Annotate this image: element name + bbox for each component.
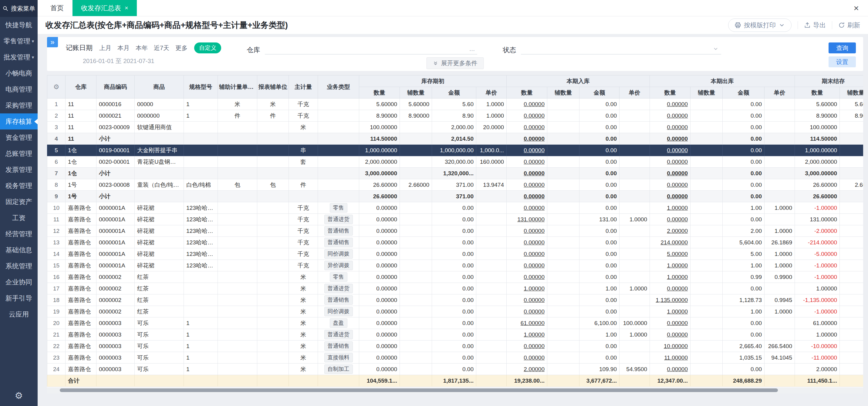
drill-down-link[interactable]: 1,135.00000	[650, 295, 690, 306]
table-row[interactable]: 23嘉善路仓0000003可乐1米直接领料0.000000.000.000000…	[47, 352, 863, 364]
table-row[interactable]: 20嘉善路仓0000003可乐1米盘盈0.000000.0061.000006,…	[47, 317, 863, 329]
drill-down-link[interactable]: 0.00000	[507, 295, 547, 306]
sidebar-search[interactable]: 搜索菜单	[0, 0, 38, 17]
date-quick-option[interactable]: 更多	[175, 44, 187, 52]
sidebar-item-2[interactable]: 零售管理▾	[0, 33, 38, 49]
sidebar-item-16[interactable]: 系统管理	[0, 258, 38, 274]
warehouse-input[interactable]: ...	[265, 44, 477, 55]
date-quick-option[interactable]: 上月	[99, 44, 111, 52]
refresh-button[interactable]: 刷新	[838, 21, 860, 29]
drill-down-link[interactable]: 0.00000	[650, 329, 690, 340]
drill-down-link[interactable]: 0.00000	[650, 99, 690, 110]
drill-down-link[interactable]: 0.00000	[650, 145, 690, 156]
sidebar-item-12[interactable]: 固定资产	[0, 194, 38, 210]
table-row[interactable]: 18嘉善路仓0000002红茶米普通销售0.000000.000.000000.…	[47, 295, 863, 306]
sidebar-item-19[interactable]: 云应用	[0, 306, 38, 322]
drill-down-link[interactable]: 61.00000	[507, 317, 547, 329]
print-by-template-button[interactable]: 按模版打印	[728, 19, 792, 32]
table-row[interactable]: 71仓小计3,000.000001,320,000...0.000000.000…	[47, 168, 863, 179]
status-select[interactable]	[521, 44, 721, 55]
table-row[interactable]: 22嘉善路仓0000003可乐1米普通销售0.000000.000.000000…	[47, 340, 863, 352]
drill-down-link[interactable]: 2.00000	[507, 364, 547, 375]
table-row[interactable]: 12嘉善路仓0000001A碎花裙123哈哈哈...千克普通销售0.000000…	[47, 225, 863, 237]
drill-down-link[interactable]: 1.00000	[507, 283, 547, 295]
sidebar-item-15[interactable]: 基础信息	[0, 242, 38, 258]
drill-down-link[interactable]: 0.00000	[507, 248, 547, 260]
settings-button[interactable]: 设置	[829, 57, 856, 67]
sidebar-item-10[interactable]: 发票管理	[0, 162, 38, 178]
drill-down-link[interactable]: 131.00000	[507, 214, 547, 225]
table-row[interactable]: 10嘉善路仓0000001A碎花裙123哈哈哈...千克零售0.000000.0…	[47, 202, 863, 214]
sidebar-item-11[interactable]: 税务管理	[0, 178, 38, 194]
drill-down-link[interactable]: 11.00000	[650, 352, 690, 364]
table-row[interactable]: 1110000016000001米米千克5.600005.600005.601.…	[47, 99, 863, 110]
drill-down-link[interactable]: 0.00000	[507, 225, 547, 237]
table-row[interactable]: 3110023-00009软键通用商值米100.000002,000.0020.…	[47, 122, 863, 133]
table-row[interactable]: 11嘉善路仓0000001A碎花裙123哈哈哈...千克普通进货0.000000…	[47, 214, 863, 225]
drill-down-link[interactable]: 214.00000	[650, 237, 690, 248]
collapse-panel-button[interactable]: »	[47, 37, 58, 47]
date-range-value[interactable]: 2016-01-01 至 2021-07-31	[83, 57, 221, 65]
drill-down-link[interactable]: 0.00000	[507, 99, 547, 110]
table-row[interactable]: 211000002100000001件件千克8.900008.900008.90…	[47, 110, 863, 122]
drill-down-link[interactable]: 1.00000	[650, 260, 690, 271]
date-quick-option[interactable]: 本年	[135, 44, 148, 52]
scrollbar-thumb[interactable]	[60, 388, 778, 392]
drill-down-link[interactable]: 0.00000	[650, 191, 690, 202]
ellipsis-icon[interactable]: ...	[469, 45, 475, 53]
drill-down-link[interactable]: 0.00000	[507, 179, 547, 191]
table-row[interactable]: 17嘉善路仓0000002红茶米普通进货0.000000.001.000001.…	[47, 283, 863, 295]
sidebar-item-18[interactable]: 新手引导	[0, 290, 38, 306]
custom-date-pill[interactable]: 自定义	[194, 42, 221, 54]
sidebar-item-13[interactable]: 工资	[0, 210, 38, 226]
tab-home[interactable]: 首页	[42, 0, 72, 16]
drill-down-link[interactable]: 2.00000	[650, 225, 690, 237]
drill-down-link[interactable]: 0.00000	[650, 110, 690, 122]
table-row[interactable]: 19嘉善路仓0000002红茶米同价调拨0.000000.000.000000.…	[47, 306, 863, 317]
drill-down-link[interactable]: 0.00000	[650, 283, 690, 295]
sidebar-item-8[interactable]: 资金管理	[0, 130, 38, 145]
table-row[interactable]: 16嘉善路仓0000002红茶米零售0.000000.000.000000.00…	[47, 271, 863, 283]
tab-close-icon[interactable]: ×	[125, 5, 128, 11]
export-button[interactable]: 导出	[804, 21, 826, 29]
table-row[interactable]: 51仓0019-00001大金刚菩提手串串1,000.000001,000,00…	[47, 145, 863, 156]
drill-down-link[interactable]: 0.00000	[507, 122, 547, 133]
drill-down-link[interactable]: 1.00000	[507, 329, 547, 340]
sidebar-item-1[interactable]: 快捷导航	[0, 17, 38, 33]
drill-down-link[interactable]: 0.00000	[650, 156, 690, 168]
drill-down-link[interactable]: 0.00000	[507, 260, 547, 271]
drill-down-link[interactable]: 1.00000	[650, 271, 690, 283]
sidebar-item-6[interactable]: 采购管理	[0, 97, 38, 113]
drill-down-link[interactable]: 0.00000	[507, 156, 547, 168]
drill-down-link[interactable]: 0.00000	[507, 237, 547, 248]
drill-down-link[interactable]: 0.00000	[507, 110, 547, 122]
table-row[interactable]: 15嘉善路仓0000001A碎花裙123哈哈哈...千克异价调拨0.000000…	[47, 260, 863, 271]
table-row[interactable]: 21嘉善路仓0000003可乐1米普通进货0.000000.001.000001…	[47, 329, 863, 340]
table-row[interactable]: 61仓0020-00001青花瓷U盘钢笔套装套2,000.00000320,00…	[47, 156, 863, 168]
drill-down-link[interactable]: 0.00000	[507, 191, 547, 202]
sidebar-settings-button[interactable]: ⚙	[0, 385, 38, 406]
expand-more-conditions-button[interactable]: 展开更多条件	[427, 57, 484, 69]
drill-down-link[interactable]: 5.00000	[650, 248, 690, 260]
drill-down-link[interactable]: 0.00000	[650, 133, 690, 145]
column-settings-gear-icon[interactable]: ⚙	[47, 75, 65, 99]
table-row[interactable]: 14嘉善路仓0000001A碎花裙123哈哈哈...千克同价调拨0.000000…	[47, 248, 863, 260]
drill-down-link[interactable]: 0.00000	[507, 145, 547, 156]
table-row[interactable]: 81号0023-00008童装（白色/纯棉）白色/纯棉包包件26.600002.…	[47, 179, 863, 191]
drill-down-link[interactable]: 10.00000	[650, 340, 690, 352]
drill-down-link[interactable]: 0.00000	[507, 168, 547, 179]
query-button[interactable]: 查询	[829, 42, 856, 54]
sidebar-item-9[interactable]: 总账管理	[0, 145, 38, 162]
sidebar-item-17[interactable]: 企业协同	[0, 274, 38, 290]
drill-down-link[interactable]: 0.00000	[507, 202, 547, 214]
sidebar-item-14[interactable]: 经营管理	[0, 226, 38, 242]
drill-down-link[interactable]: 0.00000	[507, 133, 547, 145]
sidebar-item-5[interactable]: 电商管理	[0, 81, 38, 97]
drill-down-link[interactable]: 1.00000	[650, 202, 690, 214]
drill-down-link[interactable]: 1.00000	[650, 306, 690, 317]
sidebar-item-4[interactable]: 小畅电商	[0, 65, 38, 81]
close-icon[interactable]: ×	[854, 4, 859, 13]
sidebar-item-7[interactable]: 库存核算	[0, 113, 38, 130]
table-row[interactable]: 13嘉善路仓0000001A碎花裙123哈哈哈...千克普通销售0.000000…	[47, 237, 863, 248]
drill-down-link[interactable]: 0.00000	[650, 179, 690, 191]
